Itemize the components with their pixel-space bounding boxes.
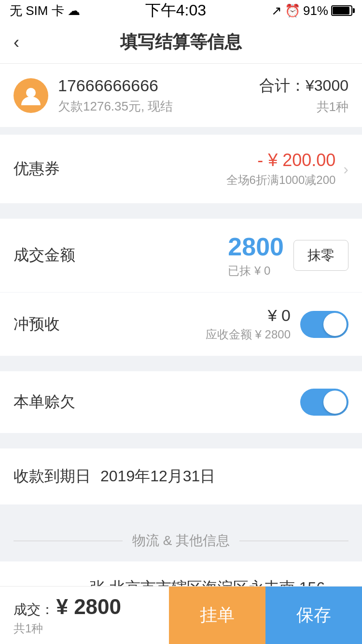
status-right: ↗ ⏰ 91% <box>271 3 352 18</box>
avatar-icon <box>19 84 42 107</box>
page-title: 填写结算等信息 <box>120 30 242 54</box>
round-off-button[interactable]: 抹零 <box>293 240 348 271</box>
total-count: 共1种 <box>259 98 348 115</box>
prepay-label: 冲预收 <box>14 314 60 335</box>
pending-button[interactable]: 挂单 <box>169 587 265 644</box>
prepay-receivable: 应收金额 ¥ 2800 <box>206 327 291 342</box>
amount-label: 成交金额 <box>14 245 75 266</box>
section-divider-4 <box>0 512 362 520</box>
amount-row: 成交金额 2800 已抹 ¥ 0 抹零 <box>0 219 362 293</box>
coupon-right: - ¥ 200.00 全场6折满1000减200 › <box>226 150 348 188</box>
total-amount: 合计：¥3000 <box>259 75 348 97</box>
back-button[interactable]: ‹ <box>14 32 19 53</box>
customer-info: 17666666666 欠款1276.35元, 现结 <box>58 76 173 115</box>
bottom-trade-amount: ¥ 2800 <box>56 595 121 618</box>
coupon-row[interactable]: 优惠券 - ¥ 200.00 全场6折满1000减200 › <box>0 135 362 203</box>
customer-phone: 17666666666 <box>58 76 173 95</box>
due-date-section: 收款到期日 2019年12月31日 <box>0 448 362 504</box>
bottom-actions: 挂单 保存 <box>169 587 362 644</box>
svg-point-0 <box>26 88 36 98</box>
bottom-info: 成交： ¥ 2800 共1种 <box>0 595 169 636</box>
bottom-trade-count: 共1种 <box>14 621 155 636</box>
nav-bar: ‹ 填写结算等信息 <box>0 21 362 64</box>
prepayment-toggle[interactable] <box>300 311 348 338</box>
due-date-label: 收款到期日 <box>14 466 91 487</box>
avatar <box>14 78 48 113</box>
coupon-label: 优惠券 <box>14 158 60 180</box>
bottom-trade-line: 成交： ¥ 2800 <box>14 595 155 619</box>
due-date-row: 收款到期日 2019年12月31日 <box>0 448 362 504</box>
amount-value: 2800 <box>228 232 284 261</box>
battery-percent: 91% <box>303 3 328 18</box>
customer-right: 合计：¥3000 共1种 <box>259 75 348 115</box>
transaction-section: 成交金额 2800 已抹 ¥ 0 抹零 冲预收 ¥ 0 应收金额 ¥ 2800 <box>0 219 362 356</box>
sim-status: 无 SIM 卡 ☁ <box>10 2 80 19</box>
coupon-chevron-icon: › <box>343 160 348 178</box>
logistics-divider: 物流 & 其他信息 <box>0 520 362 561</box>
amount-value-block: 2800 已抹 ¥ 0 <box>228 232 284 279</box>
status-left: 无 SIM 卡 ☁ <box>10 2 80 19</box>
bottom-trade-label: 成交： <box>14 602 54 617</box>
debt-row: 本单赊欠 <box>0 371 362 433</box>
prepay-values: ¥ 0 应收金额 ¥ 2800 <box>206 306 291 342</box>
customer-debt: 欠款1276.35元, 现结 <box>58 98 173 115</box>
prepayment-row: 冲预收 ¥ 0 应收金额 ¥ 2800 <box>0 293 362 356</box>
customer-left: 17666666666 欠款1276.35元, 现结 <box>14 76 173 115</box>
debt-toggle-knob <box>323 391 347 414</box>
location-icon: ↗ <box>271 3 282 18</box>
prepay-right: ¥ 0 应收金额 ¥ 2800 <box>206 306 348 342</box>
logistics-line-right <box>239 541 348 541</box>
debt-label: 本单赊欠 <box>14 392 75 413</box>
due-date-value: 2019年12月31日 <box>100 466 215 487</box>
toggle-knob <box>323 313 347 336</box>
status-bar: 无 SIM 卡 ☁ 下午4:03 ↗ ⏰ 91% <box>0 0 362 21</box>
save-button[interactable]: 保存 <box>265 587 362 644</box>
coupon-value-block: - ¥ 200.00 全场6折满1000减200 <box>226 150 336 188</box>
section-divider-3 <box>0 441 362 448</box>
coupon-section: 优惠券 - ¥ 200.00 全场6折满1000减200 › <box>0 135 362 203</box>
coupon-value: - ¥ 200.00 <box>226 150 336 170</box>
section-divider-1 <box>0 211 362 219</box>
battery-icon <box>331 5 352 16</box>
logistics-line-left <box>14 541 123 541</box>
logistics-text: 物流 & 其他信息 <box>132 532 230 550</box>
debt-section: 本单赊欠 <box>0 371 362 433</box>
content: 17666666666 欠款1276.35元, 现结 合计：¥3000 共1种 … <box>0 64 362 644</box>
amount-sub: 已抹 ¥ 0 <box>228 263 284 279</box>
prepay-amount: ¥ 0 <box>206 306 291 325</box>
status-time: 下午4:03 <box>145 0 206 21</box>
bottom-bar: 成交： ¥ 2800 共1种 挂单 保存 <box>0 586 362 644</box>
customer-card: 17666666666 欠款1276.35元, 现结 合计：¥3000 共1种 <box>0 64 362 127</box>
debt-toggle[interactable] <box>300 389 348 416</box>
section-divider-2 <box>0 364 362 371</box>
amount-right: 2800 已抹 ¥ 0 抹零 <box>228 232 348 279</box>
coupon-description: 全场6折满1000减200 <box>226 172 336 188</box>
alarm-icon: ⏰ <box>285 3 300 18</box>
